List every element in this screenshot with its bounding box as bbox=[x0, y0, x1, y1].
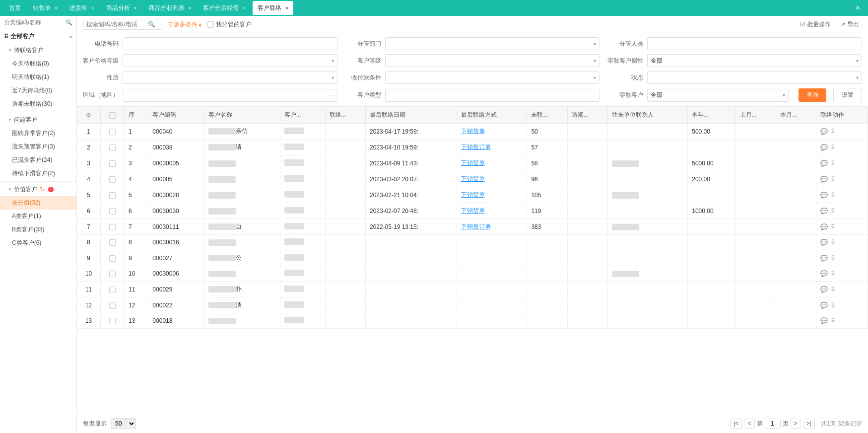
sidebar-collapse-btn[interactable]: « bbox=[69, 33, 72, 40]
row-last-method[interactable] bbox=[457, 250, 527, 266]
sidebar-item-7days[interactable]: 近7天待联络(0) bbox=[0, 84, 76, 97]
chat-action-icon[interactable]: 💬 bbox=[820, 255, 828, 262]
phone-input[interactable] bbox=[123, 37, 337, 50]
row-last-method[interactable]: 下销售订单 bbox=[457, 140, 527, 155]
close-product-list-tab[interactable]: × bbox=[189, 5, 192, 11]
col-code[interactable]: 客户编码 bbox=[148, 107, 204, 124]
row-check[interactable] bbox=[101, 155, 125, 171]
col-name[interactable]: 客户名称 bbox=[204, 107, 280, 124]
col-this-month[interactable]: 本月... bbox=[776, 107, 816, 124]
group-pending-contact[interactable]: ▼ 待联络客户 bbox=[0, 44, 76, 57]
tab-product-analysis[interactable]: 商品分析 × bbox=[101, 1, 142, 15]
per-page-select[interactable]: 50 100 200 bbox=[111, 418, 136, 429]
sidebar-item-class-c[interactable]: C类客户(6) bbox=[0, 236, 76, 250]
payment-select[interactable]: ▾ bbox=[385, 71, 600, 84]
sidebar-item-tomorrow[interactable]: 明天待联络(1) bbox=[0, 71, 76, 84]
tab-purchase[interactable]: 进货单 × bbox=[65, 1, 99, 15]
sidebar-item-declining[interactable]: 持续下滑客户(2) bbox=[0, 167, 76, 180]
chat-action-icon[interactable]: 💬 bbox=[820, 128, 828, 135]
col-contact[interactable]: 联络... bbox=[325, 107, 365, 124]
sparse-cust-select[interactable]: 全部▾ bbox=[647, 89, 789, 102]
col-this-year[interactable]: 本年... bbox=[688, 107, 735, 124]
refresh-icon[interactable]: ↻ bbox=[40, 186, 45, 193]
filter-more-btn[interactable]: ▽ 更多条件 ▴ bbox=[168, 20, 201, 29]
close-product-analysis-tab[interactable]: × bbox=[134, 5, 137, 11]
row-last-method[interactable]: 下销售订单 bbox=[457, 219, 527, 235]
row-last-method[interactable] bbox=[457, 282, 527, 297]
row-last-method[interactable] bbox=[457, 297, 527, 313]
row-check[interactable] bbox=[101, 313, 125, 329]
row-check[interactable] bbox=[101, 266, 125, 282]
my-customers-checkbox[interactable] bbox=[207, 21, 214, 28]
sidebar-search-input[interactable] bbox=[4, 19, 64, 26]
grid-action-icon[interactable]: ⠿ bbox=[831, 286, 835, 293]
grid-action-icon[interactable]: ⠿ bbox=[831, 208, 835, 215]
cust-level-select[interactable]: ▾ bbox=[385, 54, 600, 67]
batch-ops-btn[interactable]: ☑ 批量操作 bbox=[797, 19, 834, 30]
grid-action-icon[interactable]: ⠿ bbox=[831, 144, 835, 151]
search-btn[interactable]: 查询 bbox=[799, 88, 826, 102]
grid-action-icon[interactable]: ⠿ bbox=[831, 317, 835, 324]
chat-action-icon[interactable]: 💬 bbox=[820, 223, 828, 230]
grid-action-icon[interactable]: ⠿ bbox=[831, 160, 835, 167]
close-purchase-tab[interactable]: × bbox=[91, 5, 94, 11]
grid-action-icon[interactable]: ⠿ bbox=[831, 192, 835, 199]
chat-action-icon[interactable]: 💬 bbox=[820, 192, 828, 199]
row-check[interactable] bbox=[101, 297, 125, 313]
col-settings[interactable] bbox=[77, 107, 101, 124]
row-last-method[interactable] bbox=[457, 266, 527, 282]
dept-select[interactable]: ▾ bbox=[385, 37, 600, 50]
col-type[interactable]: 客户... bbox=[280, 107, 325, 124]
row-check[interactable] bbox=[101, 235, 125, 250]
grid-action-icon[interactable]: ⠿ bbox=[831, 128, 835, 135]
grid-action-icon[interactable]: ⠿ bbox=[831, 223, 835, 230]
chat-action-icon[interactable]: 💬 bbox=[820, 270, 828, 277]
sidebar-item-class-b[interactable]: B类客户(33) bbox=[0, 223, 76, 236]
chat-action-icon[interactable]: 💬 bbox=[820, 176, 828, 183]
row-last-method[interactable]: 下销货单 bbox=[457, 124, 527, 140]
first-page-btn[interactable]: |< bbox=[730, 419, 742, 429]
group-value-customers[interactable]: ▼ 价值客户 ↻ ! bbox=[0, 183, 76, 196]
all-customers-header[interactable]: ⠿ 全部客户 « bbox=[0, 29, 76, 44]
col-last-month[interactable]: 上月... bbox=[735, 107, 776, 124]
row-check[interactable] bbox=[101, 250, 125, 266]
row-check[interactable] bbox=[101, 282, 125, 297]
tab-customer-management[interactable]: 客户分层经营 × bbox=[198, 1, 251, 15]
col-no-contact[interactable]: 未联... bbox=[527, 107, 567, 124]
row-last-method[interactable] bbox=[457, 235, 527, 250]
filter-my-customers[interactable]: 我分管的客户 bbox=[207, 20, 252, 29]
col-last-method[interactable]: 最后联络方式 bbox=[457, 107, 527, 124]
row-check[interactable] bbox=[101, 187, 125, 203]
chat-action-icon[interactable]: 💬 bbox=[820, 208, 828, 215]
price-level-select[interactable]: ▾ bbox=[123, 54, 337, 67]
chat-action-icon[interactable]: 💬 bbox=[820, 160, 828, 167]
tab-sales[interactable]: 销售单 × bbox=[28, 1, 63, 15]
col-check-all[interactable] bbox=[101, 107, 125, 124]
tab-customer-contact[interactable]: 客户联络 × bbox=[253, 1, 293, 15]
sidebar-item-lost[interactable]: 已流失客户(24) bbox=[0, 153, 76, 167]
grid-action-icon[interactable]: ⠿ bbox=[831, 270, 835, 277]
nav-home[interactable]: 首页 bbox=[4, 2, 26, 14]
row-check[interactable] bbox=[101, 124, 125, 140]
page-number-input[interactable] bbox=[765, 419, 781, 429]
row-check[interactable] bbox=[101, 140, 125, 155]
window-close-btn[interactable]: × bbox=[852, 3, 864, 12]
sidebar-item-ungrouped[interactable]: 未分组(32) bbox=[0, 196, 76, 210]
sidebar-search-icon[interactable] bbox=[66, 19, 72, 26]
close-contact-tab[interactable]: × bbox=[285, 5, 288, 11]
row-check[interactable] bbox=[101, 219, 125, 235]
sidebar-item-class-a[interactable]: A类客户(1) bbox=[0, 210, 76, 223]
sidebar-item-abnormal[interactable]: 囤购异常客户(2) bbox=[0, 127, 76, 140]
grid-action-icon[interactable]: ⠿ bbox=[831, 239, 835, 246]
chat-action-icon[interactable]: 💬 bbox=[820, 286, 828, 293]
chat-action-icon[interactable]: 💬 bbox=[820, 239, 828, 246]
sidebar-item-overdue[interactable]: 逾期未联络(30) bbox=[0, 97, 76, 111]
sparse-attr-select[interactable]: 全部▾ bbox=[647, 54, 862, 67]
row-last-method[interactable]: 下销货单 bbox=[457, 187, 527, 203]
grid-action-icon[interactable]: ⠿ bbox=[831, 176, 835, 183]
prev-page-btn[interactable]: < bbox=[744, 419, 754, 429]
cust-type-select[interactable] bbox=[385, 89, 600, 102]
col-last-date[interactable]: 最后联络日期 bbox=[365, 107, 457, 124]
col-correspondent[interactable]: 往来单位联系人 bbox=[608, 107, 688, 124]
last-page-btn[interactable]: >| bbox=[803, 419, 815, 429]
